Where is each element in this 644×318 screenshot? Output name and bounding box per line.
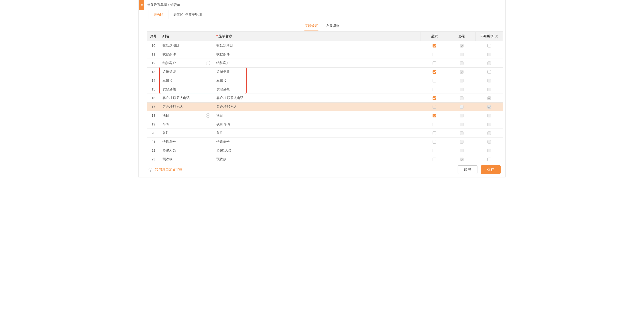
checkbox-required (460, 70, 464, 74)
table-row: 13票据类型票据类型 (147, 68, 503, 76)
cell-show (421, 129, 448, 138)
add-sub-field-button[interactable]: + (206, 61, 210, 65)
table-wrap: 序号 列名 *显示名称 显示 必录 不可编辑? 10收款到期日收款到期日11收款… (139, 30, 505, 162)
checkbox-required (460, 62, 464, 65)
row-display-name[interactable]: 项目.车号 (214, 120, 421, 129)
table-row: 12结算客户+结算客户 (147, 59, 503, 68)
checkbox-show[interactable] (432, 114, 436, 118)
row-display-name[interactable]: 收款到期日 (214, 41, 421, 50)
checkbox-show[interactable] (432, 149, 436, 152)
save-button[interactable]: 保存 (481, 166, 500, 174)
row-seq: 13 (147, 68, 160, 76)
row-col-name-text: 步骤人员 (162, 148, 176, 152)
footer-right: 取消 保存 (458, 166, 500, 174)
row-col-name-text: 快递单号 (162, 140, 176, 144)
checkbox-readonly (487, 122, 491, 126)
row-display-name[interactable]: 收款条件 (214, 50, 421, 59)
cancel-button[interactable]: 取消 (458, 166, 478, 174)
row-seq: 12 (147, 59, 160, 68)
row-display-name[interactable]: 票据类型 (214, 68, 421, 76)
table-row: 18项目+项目 (147, 111, 503, 120)
row-seq: 11 (147, 50, 160, 59)
checkbox-show[interactable] (432, 131, 436, 135)
topbar: 当前设置单据：销货单 (139, 0, 505, 10)
footer-left: ? 管理自定义字段 (148, 168, 182, 172)
checkbox-readonly[interactable] (487, 70, 491, 74)
checkbox-show[interactable] (432, 105, 436, 109)
cell-required (448, 120, 476, 129)
cell-readonly (476, 138, 503, 146)
row-col-name-text: 客户.主联系人 (162, 105, 183, 108)
row-col-name: 快递单号 (160, 138, 214, 146)
checkbox-show[interactable] (432, 53, 436, 56)
checkbox-required (460, 149, 464, 152)
cell-show (421, 85, 448, 94)
cell-required (448, 41, 476, 50)
checkbox-show[interactable] (432, 70, 436, 74)
checkbox-readonly (487, 88, 491, 91)
cell-readonly (476, 102, 503, 111)
svg-point-0 (156, 169, 157, 170)
outer-tab-1[interactable]: 表体区–销货单明细 (168, 10, 207, 19)
table-row: 14发票号发票号 (147, 76, 503, 85)
checkbox-show[interactable] (432, 44, 436, 48)
footer: ? 管理自定义字段 取消 保存 (139, 162, 505, 177)
row-display-name[interactable]: 客户.主联系人 (214, 102, 421, 111)
checkbox-show[interactable] (432, 96, 436, 100)
help-icon[interactable]: ? (148, 168, 152, 172)
page-root: 当前设置单据：销货单 表头区表体区–销货单明细 字段设置布局调整 序号 列名 *… (138, 0, 506, 178)
table-row: 22步骤人员步骤1人员 (147, 146, 503, 155)
row-seq: 18 (147, 111, 160, 120)
row-col-name: 收款到期日 (160, 41, 214, 50)
cell-readonly (476, 155, 503, 162)
row-seq: 17 (147, 102, 160, 111)
row-display-name[interactable]: 备注 (214, 129, 421, 138)
row-display-name[interactable]: 快递单号 (214, 138, 421, 146)
row-col-name: 预收款 (160, 155, 214, 162)
checkbox-show[interactable] (432, 122, 436, 126)
row-display-name[interactable]: 发票号 (214, 76, 421, 85)
cell-readonly (476, 50, 503, 59)
checkbox-readonly[interactable] (487, 44, 491, 48)
row-col-name-text: 预收款 (162, 157, 172, 161)
add-sub-field-button[interactable]: + (206, 114, 210, 118)
expand-sidebar-button[interactable] (139, 0, 144, 10)
row-display-name[interactable]: 结算客户 (214, 59, 421, 68)
checkbox-show[interactable] (432, 88, 436, 91)
col-display-header-text: 显示名称 (218, 34, 232, 38)
manage-custom-fields-link[interactable]: 管理自定义字段 (155, 168, 182, 172)
doc-label-prefix: 当前设置单据： (147, 3, 170, 6)
cell-show (421, 102, 448, 111)
row-display-name[interactable]: 预收款 (214, 155, 421, 162)
table-row: 19车号项目.车号 (147, 120, 503, 129)
row-display-name[interactable]: 项目 (214, 111, 421, 120)
checkbox-required (460, 88, 464, 91)
cell-readonly (476, 85, 503, 94)
cell-required (448, 68, 476, 76)
cell-required (448, 76, 476, 85)
outer-tabs: 表头区表体区–销货单明细 (139, 10, 505, 19)
table-row: 20备注备注 (147, 129, 503, 138)
row-seq: 22 (147, 146, 160, 155)
outer-tab-0[interactable]: 表头区 (148, 10, 168, 19)
gear-icon (155, 168, 158, 171)
checkbox-readonly (487, 79, 491, 82)
checkbox-show[interactable] (432, 140, 436, 144)
checkbox-show[interactable] (432, 158, 436, 161)
checkbox-show[interactable] (432, 79, 436, 82)
row-col-name: 项目+ (160, 111, 214, 120)
cell-required (448, 155, 476, 162)
cell-readonly (476, 129, 503, 138)
help-icon[interactable]: ? (495, 35, 498, 38)
sub-tab-0[interactable]: 字段设置 (304, 22, 318, 30)
sub-tab-1[interactable]: 布局调整 (326, 22, 340, 30)
checkbox-readonly[interactable] (487, 158, 491, 161)
row-seq: 21 (147, 138, 160, 146)
checkbox-required (460, 140, 464, 144)
row-display-name[interactable]: 步骤1人员 (214, 146, 421, 155)
row-display-name[interactable]: 客户.主联系人电话 (214, 94, 421, 102)
checkbox-show[interactable] (432, 62, 436, 65)
row-display-name[interactable]: 发票金额 (214, 85, 421, 94)
cell-required (448, 50, 476, 59)
cell-readonly (476, 120, 503, 129)
